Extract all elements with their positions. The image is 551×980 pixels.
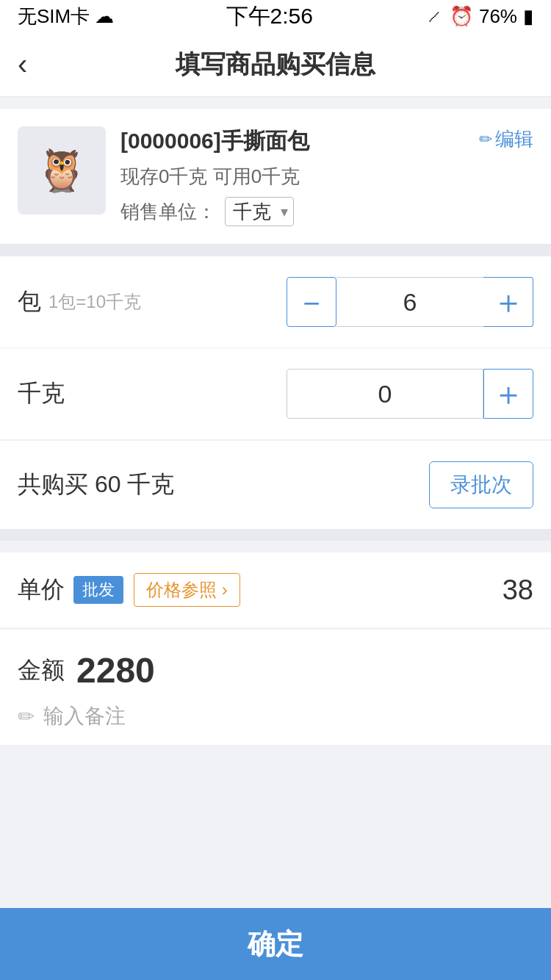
unit-select-wrapper[interactable]: 千克 xyxy=(225,197,294,226)
confirm-button[interactable]: 确定 xyxy=(0,908,551,980)
amount-label: 金额 xyxy=(18,655,65,687)
alarm-icon: ⏰ xyxy=(450,5,473,28)
kg-controls: ＋ xyxy=(287,369,533,419)
pencil-icon: ✏ xyxy=(18,705,35,729)
amount-value: 2280 xyxy=(76,650,155,691)
edit-icon: ✏ xyxy=(479,130,492,149)
summary-row: 共购买 60 千克 录批次 xyxy=(0,440,551,529)
divider-1 xyxy=(0,245,551,256)
kg-input[interactable] xyxy=(287,369,483,419)
status-time: 下午2:56 xyxy=(226,1,313,32)
product-unit-row: 销售单位： 千克 xyxy=(120,197,533,226)
product-section: 🦉 [0000006]手撕面包 现存0千克 可用0千克 销售单位： 千克 ✏ 编… xyxy=(0,109,551,245)
unit-row-label: 销售单位： xyxy=(120,199,216,225)
kg-label: 千克 xyxy=(18,378,65,410)
bao-input-row: 包 1包=10千克 － ＋ xyxy=(0,256,551,348)
amount-section: 金额 2280 ✏ 输入备注 xyxy=(0,630,551,745)
input-section: 包 1包=10千克 － ＋ 千克 ＋ 共购买 60 千克 录批次 xyxy=(0,256,551,529)
back-button[interactable]: ‹ xyxy=(18,48,27,81)
bao-hint: 1包=10千克 xyxy=(48,290,141,314)
price-wholesale-tag: 批发 xyxy=(73,576,123,604)
summary-text: 共购买 60 千克 xyxy=(18,469,429,501)
product-thumbnail: 🦉 xyxy=(18,126,106,215)
edit-label: 编辑 xyxy=(495,126,533,152)
divider-2 xyxy=(0,529,551,541)
edit-button[interactable]: ✏ 编辑 xyxy=(479,126,533,152)
sim-label: 无SIM卡 ☁ xyxy=(18,4,114,29)
price-label: 单价 xyxy=(18,574,65,606)
amount-row: 金额 2280 xyxy=(18,650,533,691)
price-ref-button[interactable]: 价格参照 › xyxy=(134,573,240,607)
product-stock: 现存0千克 可用0千克 xyxy=(120,164,533,190)
nav-bar: ‹ 填写商品购买信息 xyxy=(0,32,551,97)
bao-plus-button[interactable]: ＋ xyxy=(483,277,533,327)
page-title: 填写商品购买信息 xyxy=(176,48,375,82)
bao-minus-button[interactable]: － xyxy=(287,277,336,327)
kg-plus-button[interactable]: ＋ xyxy=(483,369,533,419)
batch-button[interactable]: 录批次 xyxy=(429,461,533,508)
note-placeholder[interactable]: 输入备注 xyxy=(43,702,126,730)
kg-input-row: 千克 ＋ xyxy=(0,348,551,440)
location-icon: ⟋ xyxy=(425,5,444,28)
product-info: [0000006]手撕面包 现存0千克 可用0千克 销售单位： 千克 xyxy=(120,126,533,226)
bao-label: 包 xyxy=(18,286,41,318)
note-row[interactable]: ✏ 输入备注 xyxy=(18,702,533,730)
owl-icon: 🦉 xyxy=(36,146,87,195)
bao-controls: － ＋ xyxy=(287,277,533,327)
product-code-name: [0000006]手撕面包 xyxy=(120,126,533,156)
battery-label: 76% xyxy=(479,5,517,28)
bao-input[interactable] xyxy=(336,277,483,327)
price-section: 单价 批发 价格参照 › 38 xyxy=(0,552,551,628)
unit-select[interactable]: 千克 xyxy=(225,197,294,226)
price-value: 38 xyxy=(503,574,533,606)
status-left: 无SIM卡 ☁ xyxy=(18,4,114,29)
status-right: ⟋ ⏰ 76% ▮ xyxy=(425,5,533,28)
status-bar: 无SIM卡 ☁ 下午2:56 ⟋ ⏰ 76% ▮ xyxy=(0,0,551,32)
battery-icon: ▮ xyxy=(523,5,533,28)
